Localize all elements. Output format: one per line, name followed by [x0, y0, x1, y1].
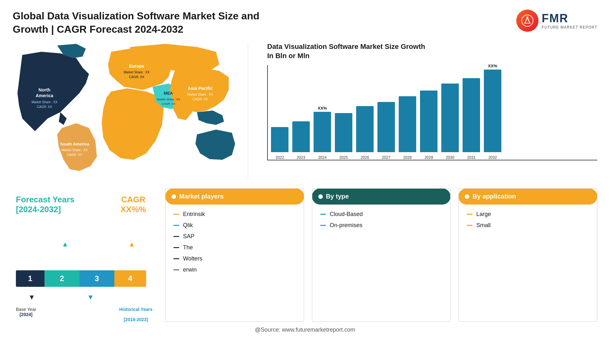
svg-text:America: America: [36, 93, 53, 98]
bar-year-2024: 2024: [318, 155, 327, 160]
bar-2023: [292, 121, 310, 152]
item-dash: [320, 214, 326, 215]
market-player-item: SAP: [173, 233, 296, 240]
bar-2022: [271, 127, 288, 152]
by-application-items: LargeSmall: [459, 205, 597, 235]
item-dash: [173, 269, 179, 270]
bar-year-2031: 2031: [467, 155, 476, 160]
historical-label: Historical Years [2018-2023]: [119, 307, 152, 322]
by-application-item: Small: [467, 222, 589, 229]
svg-text:North: North: [38, 87, 50, 92]
svg-text:CAGR: XX: CAGR: XX: [193, 98, 208, 101]
by-type-item: On-premises: [320, 222, 443, 229]
bar-group: XX% 2024: [314, 106, 331, 160]
bar-year-2030: 2030: [446, 155, 454, 160]
svg-text:CAGR: XX: CAGR: XX: [129, 75, 144, 79]
svg-text:Market Share : XX: Market Share : XX: [157, 98, 180, 101]
bar-label-top: XX%: [318, 106, 327, 111]
logo-text: FMR FUTURE MARKET REPORT: [542, 12, 597, 30]
bar-2030: [441, 84, 459, 152]
bar-group: 2030: [441, 82, 459, 160]
segment-2: 2: [44, 270, 79, 287]
market-player-item: Entrinsik: [173, 211, 296, 218]
bar-2024: [314, 112, 331, 152]
market-player-item: Wolters: [173, 255, 296, 262]
bar-group: 2022: [271, 126, 288, 160]
bar-year-2023: 2023: [297, 155, 305, 160]
svg-text:MEA: MEA: [164, 91, 173, 96]
market-player-item: Qlik: [173, 222, 296, 229]
forecast-label: Forecast Years[2024-2032]: [16, 195, 75, 214]
by-type-items: Cloud-BasedOn-premises: [312, 205, 451, 235]
item-dash: [467, 225, 472, 226]
market-players-header: Market players: [165, 188, 304, 205]
bottom-section: Forecast Years[2024-2032] CAGRXX%% ▲ ▲: [13, 188, 597, 322]
bar-label-top: XX%: [488, 64, 497, 68]
world-map-svg: North America Market Share : XX CAGR: XX…: [13, 42, 235, 176]
header-dot: [172, 194, 176, 199]
bar-group: 2031: [463, 77, 480, 160]
by-application-header: By application: [458, 188, 597, 205]
base-year-label: Base Year[2024]: [16, 307, 36, 322]
bar-group: 2028: [399, 95, 416, 160]
svg-point-1: [526, 17, 528, 18]
bar-2029: [420, 91, 437, 152]
bar-year-2027: 2027: [382, 155, 390, 160]
bar-chart-container: Data Visualization Software Market Size …: [261, 42, 597, 179]
svg-text:Market Share : XX: Market Share : XX: [62, 148, 88, 152]
bar-group: 2026: [356, 105, 374, 160]
bar-chart-area: 2022 2023 XX% 2024 2025 2026 2027 2028: [267, 65, 597, 160]
bar-2032: [484, 70, 501, 152]
header-row: Global Data Visualization Software Marke…: [13, 10, 597, 36]
by-type-header: By type: [312, 188, 451, 205]
bar-year-2032: 2032: [488, 155, 497, 160]
market-player-item: The: [173, 244, 296, 251]
bar-year-2022: 2022: [275, 155, 284, 160]
logo-icon: [516, 10, 539, 32]
svg-text:Market Share : XX: Market Share : XX: [124, 71, 150, 74]
item-dash: [173, 214, 179, 215]
bar-2028: [399, 96, 416, 152]
item-dash: [173, 225, 179, 226]
bar-chart-title: Data Visualization Software Market Size …: [267, 42, 426, 60]
segment-4: 4: [114, 270, 146, 287]
bar-year-2026: 2026: [361, 155, 369, 160]
svg-text:Europe: Europe: [129, 64, 144, 69]
bar-group: 2023: [292, 120, 310, 160]
timeline-container: Forecast Years[2024-2032] CAGRXX%% ▲ ▲: [13, 188, 156, 322]
item-dash: [320, 225, 326, 226]
svg-text:Market Share : XX: Market Share : XX: [187, 93, 213, 96]
segment-1: 1: [16, 270, 44, 287]
map-container: North America Market Share : XX CAGR: XX…: [13, 42, 235, 179]
bar-group: 2029: [420, 89, 437, 160]
page-title: Global Data Visualization Software Marke…: [13, 10, 273, 36]
bar-year-2029: 2029: [424, 155, 433, 160]
bar-2026: [356, 106, 374, 152]
header-dot: [318, 194, 323, 199]
by-type-col: By type Cloud-BasedOn-premises: [312, 188, 451, 322]
svg-text:South America: South America: [60, 142, 89, 146]
by-application-col: By application LargeSmall: [458, 188, 597, 322]
hist-arrow: ▼: [71, 293, 110, 301]
market-players-items: EntrinsikQlikSAPTheWolterserwin: [166, 205, 304, 280]
svg-text:Market Share : XX: Market Share : XX: [31, 100, 58, 104]
bar-2027: [377, 102, 395, 152]
cagr-arrow: ▲: [116, 240, 148, 248]
item-dash: [173, 258, 179, 259]
vertical-divider: [248, 42, 248, 179]
header-dot: [465, 194, 469, 199]
svg-text:CAGR: XX: CAGR: XX: [67, 153, 82, 157]
svg-text:CAGR: XX: CAGR: XX: [37, 105, 52, 109]
market-player-item: erwin: [173, 266, 296, 273]
svg-text:CAGR: XX: CAGR: XX: [161, 102, 175, 105]
segments-container: Market players EntrinsikQlikSAPTheWolter…: [165, 188, 597, 322]
bar-year-2028: 2028: [403, 155, 412, 160]
market-players-col: Market players EntrinsikQlikSAPTheWolter…: [165, 188, 304, 322]
bar-group: XX% 2032: [484, 64, 501, 160]
logo-subtitle: FUTURE MARKET REPORT: [542, 25, 597, 30]
by-type-item: Cloud-Based: [320, 211, 443, 218]
bar-year-2025: 2025: [339, 155, 348, 160]
timeline-track: 1 2 3 4: [16, 270, 152, 287]
bar-2025: [335, 113, 352, 152]
base-year-arrow: ▼: [17, 293, 46, 301]
